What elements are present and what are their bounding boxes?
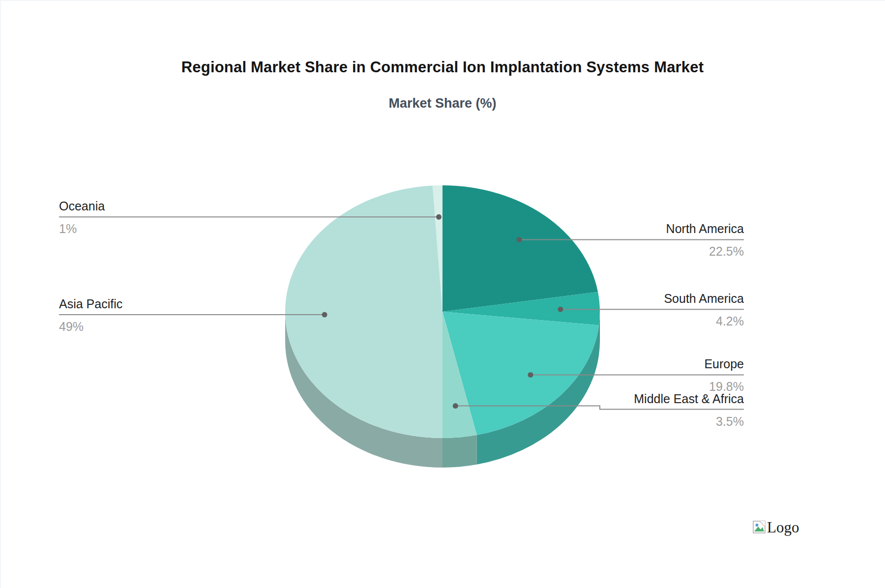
leader-dot-middle-east-and-africa: [453, 403, 458, 409]
leader-dot-south-america: [558, 307, 563, 312]
slice-label-north-america: North America: [666, 221, 744, 236]
slice-value-middle-east-and-africa: 3.5%: [716, 413, 744, 429]
pie-slice-north-america[interactable]: [442, 185, 598, 312]
slice-label-middle-east-and-africa: Middle East & Africa: [634, 391, 744, 407]
slice-value-asia-pacific: 49%: [59, 319, 84, 334]
slice-label-oceania: Oceania: [59, 198, 105, 214]
logo-alt-text: Logo: [767, 517, 799, 538]
broken-image-icon: [753, 521, 766, 533]
leader-dot-asia-pacific: [322, 312, 327, 318]
chart-page: { "chart_data": { "type": "pie", "title"…: [0, 0, 885, 588]
slice-label-europe: Europe: [704, 356, 744, 372]
slice-value-north-america: 22.5%: [709, 243, 744, 259]
slice-value-south-america: 4.2%: [716, 313, 744, 329]
leader-dot-europe: [528, 372, 533, 378]
pie-chart-svg: [0, 0, 885, 588]
slice-label-asia-pacific: Asia Pacific: [59, 296, 122, 312]
leader-dot-oceania: [436, 214, 442, 220]
slice-label-south-america: South America: [664, 291, 744, 306]
chart-logo-watermark[interactable]: Logo: [753, 517, 799, 538]
slice-value-oceania: 1%: [59, 221, 77, 236]
leader-dot-north-america: [516, 237, 522, 242]
pie-slice-side-middle-east-and-africa: [442, 435, 477, 468]
